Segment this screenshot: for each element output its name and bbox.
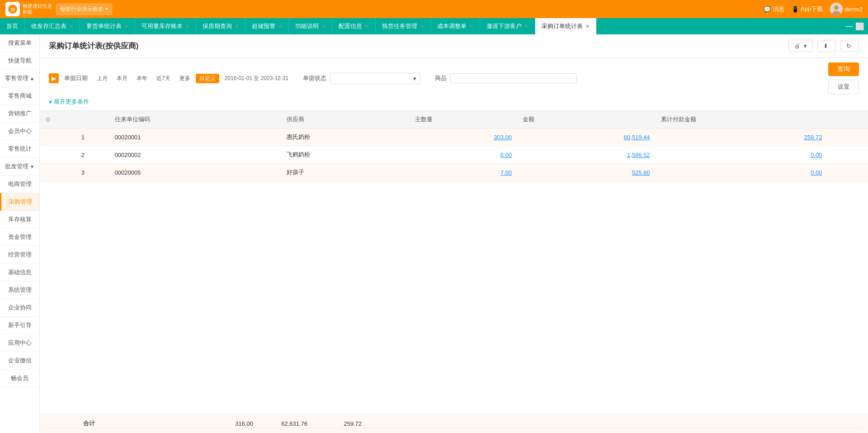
sidebar-item-vip[interactable]: 畅会员 bbox=[0, 370, 39, 387]
table-row[interactable]: 3 00020005 好孩子 7.00 525.80 0.00 bbox=[40, 164, 868, 181]
close-icon[interactable]: ✕ bbox=[235, 24, 239, 29]
row-paid[interactable]: 0.00 bbox=[656, 164, 828, 181]
user-profile[interactable]: demo2 bbox=[830, 3, 863, 15]
tab-picking[interactable]: 拣货任务管理 ✕ bbox=[376, 18, 431, 34]
sidebar-item-member[interactable]: 会员中心 bbox=[0, 123, 39, 140]
export-button[interactable]: ⬇ bbox=[817, 40, 836, 52]
shortcut-this-month[interactable]: 本月 bbox=[113, 74, 131, 83]
page-header: 采购订单统计表(按供应商) 🖨 ▾ ⬇ ↻ bbox=[40, 34, 868, 58]
close-icon[interactable]: ✕ bbox=[69, 24, 73, 29]
sidebar-item-basic[interactable]: 基础信息 bbox=[0, 264, 39, 281]
sidebar-item-marketing[interactable]: 营销推广 bbox=[0, 105, 39, 123]
shortcut-custom[interactable]: 自定义 bbox=[196, 74, 219, 83]
tab-order-summary[interactable]: 要货单统计表 ✕ bbox=[80, 18, 135, 34]
sidebar-item-ops[interactable]: 经营管理 bbox=[0, 246, 39, 264]
tab-config[interactable]: 配置信息 ✕ bbox=[332, 18, 376, 34]
footer-paid: 259.72 bbox=[313, 419, 367, 428]
tab-function[interactable]: 功能说明 ✕ bbox=[289, 18, 332, 34]
close-icon[interactable]: ✕ bbox=[420, 24, 424, 29]
close-icon[interactable]: ✕ bbox=[278, 24, 282, 29]
refresh-button[interactable]: ↻ bbox=[840, 40, 859, 52]
close-icon[interactable]: ✕ bbox=[124, 24, 128, 29]
minimize-icon[interactable]: — bbox=[845, 22, 853, 30]
close-icon[interactable]: ✕ bbox=[321, 24, 326, 29]
date-label: 单据日期 bbox=[64, 74, 88, 82]
sidebar-item-search[interactable]: 搜索菜单 bbox=[0, 34, 39, 52]
sidebar-item-wholesale[interactable]: 批发管理 ▼ bbox=[0, 158, 39, 176]
tab-home[interactable]: 首页 bbox=[0, 18, 25, 34]
row-unit-code: 00020005 bbox=[109, 164, 282, 181]
row-supplier: 飞鹤奶粉 bbox=[281, 146, 410, 164]
logo-icon: 好 bbox=[5, 2, 20, 16]
goods-input[interactable]: ··· bbox=[450, 73, 577, 83]
workspace-selector[interactable]: 母婴行业演示账套 ▾ bbox=[56, 4, 112, 15]
close-icon[interactable]: ✕ bbox=[365, 24, 369, 29]
sidebar-item-newbie[interactable]: 新手引导 bbox=[0, 317, 39, 334]
tab-invite[interactable]: 邀请下游客户 ✕ bbox=[480, 18, 535, 34]
sidebar-item-corp-wechat[interactable]: 企业微信 bbox=[0, 352, 39, 370]
row-amount[interactable]: 60,519.44 bbox=[517, 128, 656, 146]
sidebar-item-app-center[interactable]: 应用中心 bbox=[0, 334, 39, 352]
print-button[interactable]: 🖨 ▾ bbox=[788, 40, 813, 52]
status-select[interactable]: ▾ bbox=[330, 73, 420, 84]
sidebar-item-quick-nav[interactable]: 快捷导航 bbox=[0, 52, 39, 70]
row-amount[interactable]: 525.80 bbox=[517, 164, 656, 181]
row-paid[interactable]: 0.00 bbox=[656, 146, 828, 164]
mobile-icon: 📱 bbox=[792, 6, 799, 13]
ellipsis-icon: ··· bbox=[569, 76, 573, 81]
shortcut-this-year[interactable]: 本年 bbox=[133, 74, 151, 83]
logo-text: 畅捷通好生意 标版 bbox=[23, 3, 52, 15]
goods-label: 商品 bbox=[435, 74, 447, 82]
row-amount[interactable]: 1,586.52 bbox=[517, 146, 656, 164]
tab-available-stock[interactable]: 可用量库存账本 ✕ bbox=[135, 18, 196, 34]
sidebar-item-purchase[interactable]: 采购管理 bbox=[0, 193, 39, 211]
close-icon[interactable]: ✕ bbox=[185, 24, 189, 29]
top-bar-left: 好 畅捷通好生意 标版 母婴行业演示账套 ▾ bbox=[5, 2, 112, 16]
row-qty[interactable]: 7.00 bbox=[410, 164, 517, 181]
table-header-row: ⚙ 往来单位编码 供应商 主数量 金额 累计付款金额 bbox=[40, 111, 868, 128]
row-paid[interactable]: 259.72 bbox=[656, 128, 828, 146]
message-btn[interactable]: 💬 消息 bbox=[764, 5, 784, 13]
close-icon[interactable]: ✕ bbox=[469, 24, 473, 29]
page-actions: 🖨 ▾ ⬇ ↻ bbox=[788, 40, 859, 52]
table-row[interactable]: 1 00020001 惠氏奶粉 303.00 60,519.44 259.72 bbox=[40, 128, 868, 146]
filter-toggle[interactable]: ▶ bbox=[49, 73, 59, 83]
tab-overstock[interactable]: 超储预警 ✕ bbox=[245, 18, 289, 34]
shortcut-7days[interactable]: 近7天 bbox=[153, 74, 174, 83]
close-icon[interactable]: ✕ bbox=[524, 24, 528, 29]
col-qty: 主数量 bbox=[410, 111, 517, 128]
sidebar-item-retail-mgmt[interactable]: 零售管理 ▲ bbox=[0, 70, 39, 87]
sidebar-item-finance[interactable]: 资金管理 bbox=[0, 228, 39, 246]
maximize-icon[interactable]: ⬜ bbox=[855, 22, 864, 31]
sidebar-item-inventory[interactable]: 库存核算 bbox=[0, 211, 39, 228]
setting-button[interactable]: 设置 bbox=[828, 80, 859, 94]
footer-label: 合计 bbox=[78, 419, 150, 428]
sidebar-item-sys[interactable]: 系统管理 bbox=[0, 281, 39, 299]
col-extra bbox=[827, 111, 868, 128]
close-icon[interactable]: ✕ bbox=[585, 24, 590, 29]
row-qty[interactable]: 6.00 bbox=[410, 146, 517, 164]
row-extra bbox=[827, 146, 868, 164]
shortcut-last-month[interactable]: 上月 bbox=[93, 74, 111, 83]
tab-cost-adjust[interactable]: 成本调整单 ✕ bbox=[431, 18, 480, 34]
row-settings bbox=[40, 128, 57, 146]
filter-shortcuts: 上月 本月 本年 近7天 更多 自定义 bbox=[93, 74, 219, 83]
sidebar-item-enterprise[interactable]: 企业协同 bbox=[0, 299, 39, 317]
search-button[interactable]: 查询 bbox=[828, 62, 859, 76]
chevron-down-icon: ▾ bbox=[49, 99, 52, 105]
tab-purchase-summary[interactable]: 采购订单统计表 ✕ bbox=[535, 18, 596, 34]
app-download-btn[interactable]: 📱 App下载 bbox=[792, 5, 823, 13]
settings-icon[interactable]: ⚙ bbox=[45, 116, 51, 123]
row-index: 2 bbox=[57, 146, 109, 164]
row-qty[interactable]: 303.00 bbox=[410, 128, 517, 146]
sidebar-item-retail-shop[interactable]: 零售商城 bbox=[0, 87, 39, 105]
sidebar-item-ecom[interactable]: 电商管理 bbox=[0, 176, 39, 193]
chevron-up-icon: ▲ bbox=[30, 76, 34, 81]
tab-expiry[interactable]: 保质期查询 ✕ bbox=[196, 18, 245, 34]
shortcut-more[interactable]: 更多 bbox=[176, 74, 194, 83]
expand-filter-btn[interactable]: ▾ 展开更多条件 bbox=[49, 98, 859, 106]
tab-receive-summary[interactable]: 收发存汇总表 ✕ bbox=[25, 18, 80, 34]
top-bar-right: 💬 消息 📱 App下载 demo2 bbox=[764, 3, 863, 15]
sidebar-item-retail-stat[interactable]: 零售统计 bbox=[0, 140, 39, 158]
table-row[interactable]: 2 00020002 飞鹤奶粉 6.00 1,586.52 0.00 bbox=[40, 146, 868, 164]
